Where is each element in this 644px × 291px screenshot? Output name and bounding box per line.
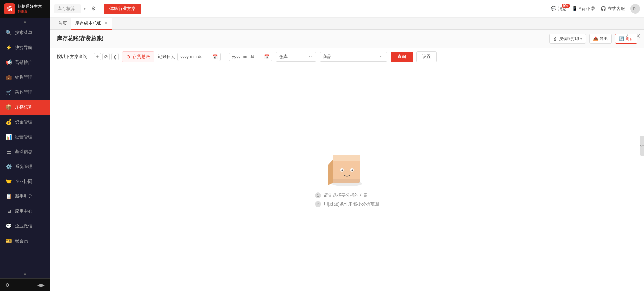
messages-icon: 💬 <box>551 6 556 11</box>
shortcut-icon: ⚡ <box>5 44 12 51</box>
scheme-name: 存货总账 <box>132 54 150 60</box>
user-avatar: Rit <box>630 4 640 14</box>
tip-num-2: 2 <box>315 201 321 207</box>
date-end-field[interactable] <box>232 54 263 59</box>
messages-badge: 99+ <box>562 4 570 8</box>
page-title: 库存总账(存货总账) <box>57 35 104 42</box>
goods-label: 商品 <box>323 54 331 60</box>
sidebar-item-basic[interactable]: 🗃 基础信息 <box>0 144 50 159</box>
export-btn[interactable]: 📤 导出 <box>589 34 612 44</box>
goods-more-btn[interactable]: ··· <box>377 54 384 60</box>
calendar-start-icon[interactable]: 📅 <box>212 54 218 59</box>
print-icon: 🖨 <box>553 36 558 41</box>
date-start-input[interactable]: 📅 <box>177 53 221 61</box>
sidebar-item-operation[interactable]: 📊 经营管理 <box>0 129 50 144</box>
breadcrumb: 库存核算 <box>54 4 81 13</box>
tab-close-btn[interactable]: ✕ <box>105 21 108 25</box>
tab-inventory-ledger[interactable]: 库存成本总账 ✕ <box>71 18 112 30</box>
newguide-icon: 📋 <box>5 193 12 200</box>
filter-collapse-btn[interactable]: ❮ <box>111 53 119 60</box>
filter-add-btn[interactable]: ＋ <box>94 53 101 60</box>
appcenter-icon: 🖥 <box>5 208 12 215</box>
scheme-icon: ⊙ <box>126 54 130 59</box>
trial-btn[interactable]: 体验行业方案 <box>104 4 141 14</box>
sidebar-item-finance[interactable]: 💰 资金管理 <box>0 115 50 129</box>
filter-actions: ＋ ⊘ ❮ <box>94 53 119 60</box>
main-content: 库存核算 ▾ ⚙ 体验行业方案 💬 消息 99+ 📱 App下载 🎧 在线客服 … <box>50 0 644 291</box>
app-download-btn[interactable]: 📱 App下载 <box>572 6 595 12</box>
warehouse-filter[interactable]: 仓库 ··· <box>276 52 316 62</box>
sidebar-item-enterprise[interactable]: 🤝 企业协同 <box>0 174 50 189</box>
empty-illustration <box>327 150 367 187</box>
sidebar-item-newguide[interactable]: 📋 新手引导 <box>0 189 50 204</box>
operation-icon: 📊 <box>5 134 12 140</box>
breadcrumb-area: 库存核算 ▾ ⚙ 体验行业方案 <box>54 4 551 14</box>
empty-tip-1: 1 请先选择要分析的方案 <box>315 192 379 198</box>
sidebar-item-shortcut[interactable]: ⚡ 快捷导航 <box>0 40 50 55</box>
online-service-btn[interactable]: 🎧 在线客服 <box>601 6 625 12</box>
side-collapse-btn[interactable]: ❯ <box>640 136 644 156</box>
user-profile-btn[interactable]: Rit <box>630 4 640 14</box>
tab-home[interactable]: 首页 <box>54 18 71 30</box>
date-separator: — <box>223 54 227 59</box>
right-panel-close-btn[interactable]: ✕ <box>632 30 644 42</box>
date-filter: 记账日期 📅 — 📅 <box>158 53 272 61</box>
marketing-icon: 📢 <box>5 59 12 66</box>
sidebar-item-search[interactable]: 🔍 搜索菜单 <box>0 25 50 40</box>
breadcrumb-arrow-icon: ▾ <box>84 6 86 11</box>
enterprise-icon: 🤝 <box>5 178 12 185</box>
purchase-icon: 🛒 <box>5 89 12 96</box>
sidebar-item-appcenter[interactable]: 🖥 应用中心 <box>0 204 50 219</box>
page-header: 库存总账(存货总账) 🖨 按模板打印 ▾ 📤 导出 🔄 刷新 ✕ ⤢ <box>50 30 644 48</box>
right-panel-resize-btn[interactable]: ⤢ <box>622 30 632 42</box>
filter-clear-btn[interactable]: ⊘ <box>102 53 110 60</box>
settings-footer-btn[interactable]: ⚙ <box>5 282 10 288</box>
top-right-area: 💬 消息 99+ 📱 App下载 🎧 在线客服 Rit <box>551 4 640 14</box>
messages-btn[interactable]: 💬 消息 99+ <box>551 6 567 12</box>
date-label: 记账日期 <box>158 54 175 60</box>
empty-svg-illustration <box>327 150 367 187</box>
tab-bar: 首页 库存成本总账 ✕ <box>50 18 644 30</box>
query-btn[interactable]: 查询 <box>391 52 413 62</box>
headset-icon: 🎧 <box>601 6 606 11</box>
date-end-input[interactable]: 📅 <box>229 53 272 61</box>
svg-point-7 <box>342 170 343 171</box>
tip-num-1: 1 <box>315 192 321 198</box>
basic-icon: 🗃 <box>5 148 12 155</box>
sidebar-scroll-down[interactable]: ▼ <box>0 271 50 278</box>
sidebar-item-wecom[interactable]: 💬 企业微信 <box>0 219 50 234</box>
content-area: 库存总账(存货总账) 🖨 按模板打印 ▾ 📤 导出 🔄 刷新 ✕ ⤢ <box>50 30 644 291</box>
finance-icon: 💰 <box>5 119 12 125</box>
header-settings-btn[interactable]: ⚙ <box>89 4 99 14</box>
empty-state: 1 请先选择要分析的方案 2 用[过滤]条件来缩小分析范围 <box>50 66 644 291</box>
sidebar-item-inventory[interactable]: 📦 库存核算 <box>0 100 50 115</box>
print-btn[interactable]: 🖨 按模板打印 ▾ <box>549 34 586 44</box>
filter-bar-label: 按以下方案查询 <box>57 54 88 60</box>
sales-icon: 💼 <box>5 74 12 81</box>
sidebar-footer: ⚙ ◀▶ <box>0 278 50 291</box>
collapse-footer-btn[interactable]: ◀▶ <box>37 282 45 288</box>
calendar-end-icon[interactable]: 📅 <box>264 54 269 59</box>
goods-filter[interactable]: 商品 ··· <box>320 52 387 62</box>
sidebar-item-sales[interactable]: 💼 销售管理 <box>0 70 50 85</box>
sidebar-item-system[interactable]: ⚙️ 系统管理 <box>0 159 50 174</box>
warehouse-more-btn[interactable]: ··· <box>306 54 313 60</box>
inventory-icon: 📦 <box>5 104 12 111</box>
app-logo: 畅 畅捷通好生意 标准版 <box>0 0 50 18</box>
member-icon: 🎫 <box>5 238 12 244</box>
svg-rect-1 <box>333 160 360 183</box>
svg-marker-3 <box>328 160 333 185</box>
filter-settings-btn[interactable]: 设置 <box>416 51 437 62</box>
sidebar-item-member[interactable]: 🎫 畅会员 <box>0 234 50 248</box>
date-start-field[interactable] <box>180 54 211 59</box>
scheme-filter[interactable]: ⊙ 存货总账 <box>122 51 154 62</box>
sidebar-scroll-up[interactable]: ▲ <box>0 18 50 25</box>
wecom-icon: 💬 <box>5 223 12 229</box>
logo-icon: 畅 <box>4 3 15 14</box>
sidebar-item-purchase[interactable]: 🛒 采购管理 <box>0 85 50 100</box>
sidebar-item-marketing[interactable]: 📢 营销推广 <box>0 55 50 70</box>
warehouse-label: 仓库 <box>279 54 288 60</box>
side-collapse-icon: ❯ <box>640 144 644 147</box>
logo-text: 畅捷通好生意 标准版 <box>18 4 42 14</box>
phone-icon: 📱 <box>572 6 577 11</box>
